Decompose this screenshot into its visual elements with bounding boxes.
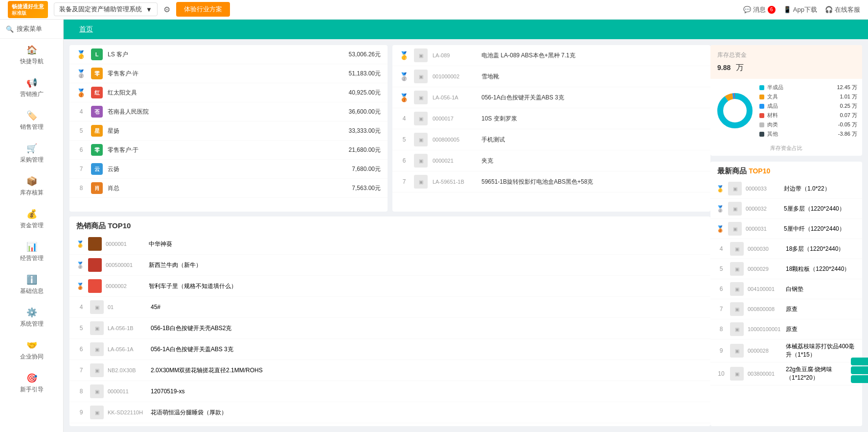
newest-products-panel: 最新商品 TOP10 🥇 ▣ 0000033 封边带（1.0*22）	[710, 162, 862, 426]
sidebar-item-finance[interactable]: 💰 资金管理	[0, 203, 63, 236]
rank-medal: 🥇	[716, 185, 724, 192]
customer-name: 零售客户·于	[108, 146, 344, 154]
headset-icon: 🎧	[825, 6, 833, 13]
product-image: ▣	[414, 175, 428, 189]
product-code: 0000031	[746, 226, 780, 232]
product-name: 2.0X30MM双搓花轴搓花直径2.1MM/ROHS	[151, 366, 704, 375]
product-name: 原查	[786, 325, 856, 334]
settings-icon[interactable]: ⚙	[163, 5, 170, 14]
list-item[interactable]: 🥇 ▣ 0000033 封边带（1.0*22）	[710, 179, 862, 199]
list-item[interactable]: 4 ▣ 0000030 18多层（1220*2440）	[710, 239, 862, 259]
sidebar-item-inventory[interactable]: 📦 库存核算	[0, 170, 63, 203]
customer-service-button[interactable]: 客服热线	[851, 358, 868, 365]
online-service-button[interactable]: 🎧 在线客服	[825, 5, 860, 14]
service-community-button[interactable]: 服务社区	[851, 366, 868, 374]
messages-button[interactable]: 💬 消息 6	[743, 5, 776, 14]
rank-num: 6	[716, 286, 726, 292]
list-item[interactable]: 5 ▣ LA-056-1B 056-1B白色按键开关壳ABS2克	[69, 318, 710, 339]
sidebar-item-cooperation[interactable]: 🤝 企业协同	[0, 334, 63, 367]
product-image-colored	[88, 258, 102, 272]
list-item[interactable]: 8 ▣ 0000011 12070519-xs	[69, 381, 710, 402]
search-menu-button[interactable]: 🔍 搜索菜单	[0, 20, 63, 39]
rank-num: 4	[76, 108, 86, 115]
product-name: 智利车子里（规格不知道填什么）	[149, 282, 704, 290]
list-item[interactable]: 7 云 云扬 7,680.00元	[69, 160, 388, 179]
rank-medal: 🥉	[716, 225, 724, 233]
list-item[interactable]: 10 ▣ 003800001 22g鱼豆腐·烧烤味（1*12*20）	[710, 362, 862, 385]
trial-button[interactable]: 体验行业方案	[176, 2, 230, 17]
guide-icon: 🎯	[26, 373, 37, 384]
list-item[interactable]: 🥇 ▣ LA-089 电池盖 LA-089 ABS本色+黑种 7.1克	[392, 45, 710, 66]
sidebar-item-marketing[interactable]: 📢 营销推广	[0, 72, 63, 104]
list-item[interactable]: 🥈 零 零售客户·许 51,183.00元	[69, 64, 388, 83]
sidebar-item-system[interactable]: ⚙️ 系统管理	[0, 301, 63, 334]
list-item[interactable]: 🥈 ▣ 0000032 5厘多层（1220*2440）	[710, 199, 862, 219]
customer-name: 零售客户·许	[108, 70, 344, 78]
list-item[interactable]: 6 ▣ 0000021 夹克	[392, 150, 710, 171]
list-item[interactable]: 🥉 ▣ 0000031 5厘中纤（1220*2440）	[710, 219, 862, 239]
sidebar-item-operations[interactable]: 📊 经营管理	[0, 236, 63, 268]
list-item[interactable]: 6 ▣ LA-056-1A 056-1A白色按键开关盖ABS 3克	[69, 339, 710, 360]
rank-num: 9	[76, 409, 86, 416]
home-nav-link[interactable]: 首页	[71, 20, 101, 39]
list-item[interactable]: 🥉 0000002 智利车子里（规格不知道填什么）	[69, 276, 710, 297]
list-item[interactable]: 🥈 ▣ 001000002 雪地靴	[392, 66, 710, 87]
header-left: 畅捷通好生意 标准版 装备及固定资产辅助管理系统 ▼ ⚙ 体验行业方案	[8, 1, 230, 18]
svg-point-1	[720, 96, 750, 125]
list-item[interactable]: 🥇 L LS 客户 53,006.26元	[69, 45, 388, 64]
rank-medal-3: 🥉	[76, 88, 86, 97]
app-download-button[interactable]: 📱 App下载	[783, 5, 817, 14]
system-select[interactable]: 装备及固定资产辅助管理系统 ▼	[54, 2, 158, 16]
product-name: 封边带（1.0*22）	[784, 185, 856, 193]
product-image: ▣	[730, 322, 744, 336]
product-code: LA-089	[433, 52, 477, 58]
customer-name: 苍南县人民医院	[108, 108, 344, 116]
product-name: 5厘多层（1220*2440）	[784, 205, 856, 213]
sidebar-item-basic-info[interactable]: ℹ️ 基础信息	[0, 268, 63, 301]
list-item[interactable]: 🥇 0000001 中华神葵	[69, 234, 710, 255]
live-button[interactable]: 直播	[851, 375, 868, 383]
hot-products-panel: 热销商品 TOP10 🥇 0000001 中华神葵 🥈	[69, 216, 710, 426]
customer-amount: 7,680.00元	[352, 165, 381, 173]
product-code: 0000028	[748, 348, 782, 354]
product-image: ▣	[730, 262, 744, 276]
message-icon: 💬	[743, 6, 751, 13]
list-item[interactable]: 4 ▣ 01 45#	[69, 297, 710, 318]
list-item[interactable]: 7 ▣ LA-59651-1B 59651-1B旋转投影灯电池盒ABS黑色+58…	[392, 171, 710, 192]
list-item[interactable]: 5 ▣ 0000029 18颗粒板（1220*2440）	[710, 259, 862, 279]
list-item[interactable]: 8 ▣ 10000100001 原查	[710, 319, 862, 339]
rank-num: 8	[716, 326, 726, 333]
sidebar-item-guide[interactable]: 🎯 新手引导	[0, 367, 63, 400]
list-item[interactable]: 6 零 零售客户·于 21,680.00元	[69, 141, 388, 160]
list-item[interactable]: 🥈 000500001 新西兰牛肉（新牛）	[69, 255, 710, 276]
product-image-colored	[88, 279, 102, 293]
sidebar-item-sales[interactable]: 🏷️ 销售管理	[0, 104, 63, 137]
list-item[interactable]: 🥉 红 红太阳文具 40,925.00元	[69, 83, 388, 102]
sidebar-item-purchase[interactable]: 🛒 采购管理	[0, 137, 63, 170]
legend-item-other: 其他 -3.86 万	[759, 130, 857, 138]
customer-amount: 33,333.00元	[349, 127, 381, 135]
rank-num: 5	[716, 265, 726, 272]
product-code: 0000030	[748, 246, 782, 252]
product-name: 中华神葵	[149, 240, 704, 248]
list-item[interactable]: 7 ▣ NB2.0X30B 2.0X30MM双搓花轴搓花直径2.1MM/ROHS	[69, 360, 710, 381]
list-item[interactable]: 9 ▣ 0000028 体械荔枝味苏打饮品400毫升（1*15）	[710, 339, 862, 362]
sidebar-item-quick-nav[interactable]: 🏠 快捷导航	[0, 39, 63, 72]
list-item[interactable]: 4 ▣ 0000017 10S 变刺罗浆	[392, 108, 710, 129]
list-item[interactable]: 6 ▣ 004100001 白钢垫	[710, 279, 862, 299]
product-image: ▣	[414, 112, 428, 125]
rank-medal: 🥈	[76, 262, 84, 269]
product-name: 5厘中纤（1220*2440）	[784, 225, 856, 233]
product-image: ▣	[728, 202, 742, 216]
list-item[interactable]: 🥉 ▣ LA-056-1A 056-1A白色按键开关盖ABS 3克	[392, 87, 710, 108]
list-item[interactable]: 5 星 星扬 33,333.00元	[69, 121, 388, 141]
list-item[interactable]: 8 肖 肖总 7,563.00元	[69, 179, 388, 198]
list-item[interactable]: 5 ▣ 000800005 手机测试	[392, 129, 710, 150]
list-item[interactable]: 4 苍 苍南县人民医院 36,600.00元	[69, 102, 388, 121]
product-image: ▣	[90, 342, 104, 356]
product-image: ▣	[414, 70, 428, 83]
list-item[interactable]: 7 ▣ 000800008 原查	[710, 299, 862, 319]
legend-item-meat: 肉类 -0.05 万	[759, 121, 857, 128]
list-item[interactable]: 9 ▣ KK-SD22110H 花语萌恒温分腿睡袋（厚款）	[69, 402, 710, 423]
rank-num: 6	[76, 346, 86, 353]
